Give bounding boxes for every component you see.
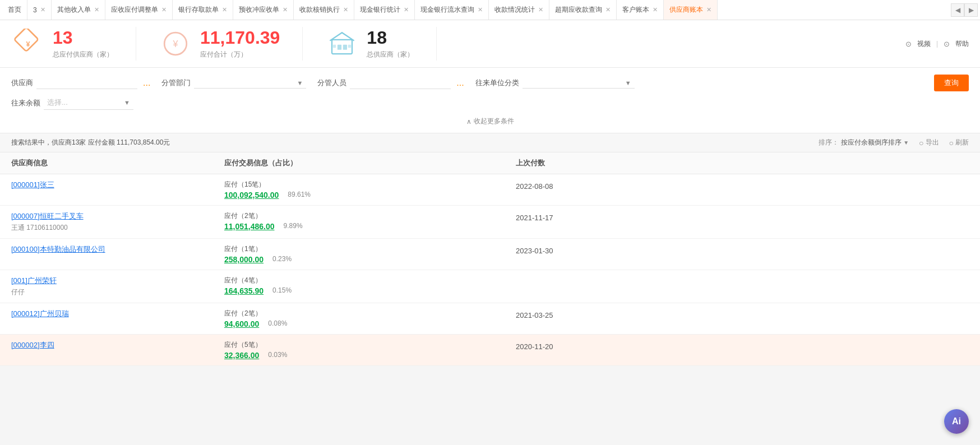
nav-tab-3-close[interactable]: ✕	[40, 6, 45, 13]
nav-tab-cash-flow[interactable]: 现金银行流水查询 ✕	[415, 0, 489, 20]
tx-amount-000001[interactable]: 100,092,540.00	[224, 191, 279, 200]
nav-tab-customer[interactable]: 客户账本 ✕	[617, 0, 664, 20]
filter-row-1: 供应商 ... 分管部门 ▼ 分管人员 ... 往来单位分类 ▼	[11, 75, 969, 91]
filter-category-label: 往来单位分类	[475, 78, 519, 88]
nav-tab-bank-close[interactable]: ✕	[222, 6, 227, 13]
nav-tab-prepay-close[interactable]: ✕	[283, 6, 288, 13]
query-button[interactable]: 查询	[934, 75, 969, 91]
svg-rect-7	[333, 45, 336, 48]
stat-payable-amount-label: 应付合计（万）	[200, 50, 280, 59]
chevron-down-icon-3: ▼	[124, 99, 130, 106]
supplier-link-000012[interactable]: [000012]广州贝瑞	[11, 309, 224, 319]
video-icon: ⊙	[905, 40, 912, 48]
nav-tab-recv-stat-close[interactable]: ✕	[538, 6, 543, 13]
nav-tab-bank[interactable]: 银行存取款单 ✕	[173, 0, 233, 20]
table-header: 供应商信息 应付交易信息（占比） 上次付数	[0, 152, 980, 174]
filter-person-input[interactable]	[350, 77, 451, 89]
nav-tab-cash-stat-label: 现金银行统计	[360, 5, 400, 15]
supplier-info-000012: [000012]广州贝瑞	[11, 309, 224, 319]
table-row: [000100]本特勤油品有限公司 应付（1笔） 258,000.00 0.23…	[0, 239, 980, 270]
export-button[interactable]: ○ 导出	[919, 138, 939, 147]
nav-tab-adjust[interactable]: 应收应付调整单 ✕	[105, 0, 173, 20]
lastpay-000012: 2021-03-25	[516, 309, 969, 319]
tx-amount-000012[interactable]: 94,600.00	[224, 319, 259, 328]
nav-tab-3-label: 3	[33, 6, 37, 14]
nav-tab-cash-stat-close[interactable]: ✕	[404, 6, 409, 13]
tx-label-001: 应付（4笔）	[224, 276, 516, 285]
nav-tab-collection[interactable]: 收款核销执行 ✕	[294, 0, 354, 20]
filter-collapse-button[interactable]: ∧ 收起更多条件	[11, 114, 969, 128]
nav-tab-customer-close[interactable]: ✕	[653, 6, 658, 13]
supplier-link-001[interactable]: [001]广州荣轩	[11, 276, 224, 286]
nav-arrow-left[interactable]: ◀	[951, 3, 964, 17]
filter-balance: 往来余额 选择... ▼	[11, 96, 133, 110]
table-row: [001]广州荣轩 仔仔 应付（4笔） 164,635.90 0.15%	[0, 270, 980, 303]
refresh-button[interactable]: ○ 刷新	[949, 138, 969, 147]
filter-supplier-input[interactable]	[36, 77, 137, 89]
tx-percent-000001: 89.61%	[288, 191, 311, 198]
col-header-lastpay: 上次付数	[516, 158, 969, 168]
nav-arrow-right[interactable]: ▶	[964, 3, 978, 17]
nav-tab-other-income-label: 其他收入单	[57, 5, 91, 15]
filter-supplier: 供应商 ...	[11, 77, 150, 89]
tx-label-000012: 应付（2笔）	[224, 309, 516, 318]
supplier-info-001: [001]广州荣轩 仔仔	[11, 276, 224, 297]
transaction-000100: 应付（1笔） 258,000.00 0.23%	[224, 244, 516, 264]
nav-tab-prepay[interactable]: 预收冲应收单 ✕	[233, 0, 294, 20]
nav-tab-home[interactable]: 首页	[2, 0, 27, 20]
help-link[interactable]: 帮助	[955, 39, 969, 49]
invoice-icon: ¥	[159, 27, 192, 61]
table-row: [000012]广州贝瑞 应付（2笔） 94,600.00 0.08% 2021…	[0, 303, 980, 335]
stat-total-suppliers-label: 总供应商（家）	[367, 50, 414, 59]
table-row-inner: [000002]李四 应付（5笔） 32,366.00 0.03% 2020-1…	[11, 340, 969, 360]
nav-tab-adjust-label: 应收应付调整单	[111, 5, 158, 15]
filter-supplier-dots[interactable]: ...	[143, 78, 150, 88]
nav-tab-3[interactable]: 3 ✕	[27, 0, 52, 20]
nav-tab-recv-stat[interactable]: 收款情况统计 ✕	[489, 0, 549, 20]
nav-tab-collection-close[interactable]: ✕	[343, 6, 348, 13]
filter-person-dots[interactable]: ...	[456, 78, 464, 88]
nav-tab-other-income[interactable]: 其他收入单 ✕	[52, 0, 105, 20]
supplier-link-000007[interactable]: [000007]恒旺二手叉车	[11, 211, 224, 221]
supplier-link-000002[interactable]: [000002]李四	[11, 340, 224, 350]
nav-tab-cash-flow-close[interactable]: ✕	[478, 6, 483, 13]
table-row-inner: [000012]广州贝瑞 应付（2笔） 94,600.00 0.08% 2021…	[11, 309, 969, 328]
tx-amount-000100[interactable]: 258,000.00	[224, 255, 264, 264]
nav-tab-cash-stat[interactable]: 现金银行统计 ✕	[354, 0, 415, 20]
top-right-links: ⊙ 视频 | ⊙ 帮助	[905, 39, 969, 49]
divider: |	[936, 40, 938, 48]
nav-tab-customer-label: 客户账本	[622, 5, 649, 15]
supplier-link-000001[interactable]: [000001]张三	[11, 180, 224, 190]
nav-tab-cash-flow-label: 现金银行流水查询	[420, 5, 474, 15]
result-bar: 搜索结果中，供应商13家 应付金额 111,703,854.00元 排序： 按应…	[0, 133, 980, 152]
svg-text:¥: ¥	[172, 39, 178, 49]
refresh-icon: ○	[949, 138, 954, 147]
filter-dept-select[interactable]: ▼	[194, 78, 306, 89]
col-header-transaction: 应付交易信息（占比）	[224, 158, 516, 168]
tx-amount-000002[interactable]: 32,366.00	[224, 351, 259, 360]
supplier-link-000100[interactable]: [000100]本特勤油品有限公司	[11, 244, 224, 254]
chevron-down-icon: ▼	[297, 80, 303, 86]
supplier-contact-001: 仔仔	[11, 288, 224, 297]
chevron-up-icon: ∧	[466, 118, 471, 126]
sort-arrow-icon: ▼	[903, 140, 909, 146]
filter-category-select[interactable]: ▼	[523, 78, 635, 89]
nav-tab-overdue-label: 超期应收款查询	[555, 5, 602, 15]
filter-balance-select[interactable]: 选择... ▼	[44, 96, 133, 110]
stats-bar: ¥ 13 总应付供应商（家） ¥ 11,170.39 应付合计（万）	[0, 20, 980, 68]
nav-tab-supplier-book-label: 供应商账本	[669, 5, 703, 15]
nav-tab-overdue[interactable]: 超期应收款查询 ✕	[549, 0, 617, 20]
nav-tab-other-income-close[interactable]: ✕	[94, 6, 99, 13]
tx-label-000100: 应付（1笔）	[224, 244, 516, 254]
nav-tab-adjust-close[interactable]: ✕	[161, 6, 167, 13]
video-link[interactable]: 视频	[917, 39, 931, 49]
tx-amount-000007[interactable]: 11,051,486.00	[224, 222, 275, 231]
tx-amount-001[interactable]: 164,635.90	[224, 286, 264, 295]
nav-tab-overdue-close[interactable]: ✕	[605, 6, 611, 13]
sort-label: 排序：	[819, 138, 839, 147]
nav-tab-supplier-book[interactable]: 供应商账本 ✕	[664, 0, 718, 20]
nav-tab-supplier-book-close[interactable]: ✕	[706, 6, 711, 13]
sort-value[interactable]: 按应付余额倒序排序 ▼	[841, 138, 909, 147]
transaction-000002: 应付（5笔） 32,366.00 0.03%	[224, 340, 516, 360]
filter-area: 供应商 ... 分管部门 ▼ 分管人员 ... 往来单位分类 ▼	[0, 68, 980, 133]
